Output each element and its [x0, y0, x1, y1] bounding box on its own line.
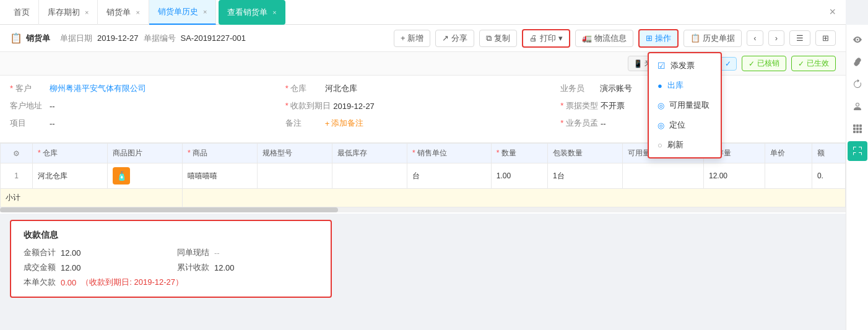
tab-inventory-close[interactable]: ×	[85, 9, 89, 16]
horizontal-scrollbar[interactable]	[0, 207, 846, 212]
tab-bar: 首页 库存期初 × 销货单 × 销货单历史 × 查看销货单 × ×	[0, 0, 846, 25]
doc-no-value: SA-20191227-001	[181, 33, 246, 43]
print-button[interactable]: 🖨 打印 ▾	[522, 29, 570, 48]
dropdown-locate[interactable]: ◎ 定位	[649, 115, 721, 135]
payment-grid: 金额合计 12.00 同单现结 -- 成交金额 12.00 累计收款 12.00…	[24, 247, 318, 288]
scroll-thumb[interactable]	[0, 207, 338, 212]
col-amount: 额	[812, 144, 845, 163]
tab-home[interactable]: 首页	[5, 0, 39, 25]
col-image: 商品图片	[108, 144, 183, 163]
customer-label: 客户	[10, 83, 47, 94]
due-date-value: 2019-12-27	[333, 102, 375, 111]
dropdown-quantity-extract[interactable]: ◎ 可用量提取	[649, 95, 721, 115]
staff-label: 业务员	[560, 83, 597, 94]
col-product: 商品	[183, 144, 258, 163]
col-settings[interactable]: ⚙	[1, 144, 33, 163]
list-view-icon: ☰	[796, 33, 804, 43]
doc-title-text: 销货单	[26, 33, 50, 44]
copy-button[interactable]: ⧉ 复制	[479, 30, 517, 47]
doc-date-value: 2019-12-27	[97, 33, 139, 43]
payment-section: 收款信息 金额合计 12.00 同单现结 -- 成交金额 12.00 累计收款 …	[10, 220, 332, 298]
window-close-button[interactable]: ×	[824, 6, 841, 19]
remark-label: 备注	[285, 118, 323, 129]
radio-filled-icon: ●	[658, 81, 662, 90]
confirmed-check-icon: ✓	[749, 59, 755, 68]
transaction-label: 成交金额	[24, 262, 56, 273]
col-pack-qty: 包装数量	[548, 144, 623, 163]
row-unit-price	[765, 163, 812, 189]
stock-out-label: 出库	[667, 80, 684, 91]
row-quantity: 1.00	[491, 163, 547, 189]
tab-sale-order-close[interactable]: ×	[136, 9, 139, 16]
outstanding-note: （收款到期日: 2019-12-27）	[81, 277, 183, 288]
same-order-label: 同单现结	[177, 247, 209, 258]
new-button[interactable]: + 新增	[394, 30, 430, 47]
effect-badge[interactable]: ✓ 已生效	[791, 56, 836, 71]
row-image: 🧴	[108, 163, 183, 189]
doc-title-block: 📋 销货单	[10, 32, 50, 44]
row-min-stock	[332, 163, 407, 189]
cumulative-label: 累计收款	[177, 262, 209, 273]
customer-value[interactable]: 柳州粤港平安气体有限公司	[50, 83, 146, 94]
warehouse-value: 河北仓库	[325, 83, 357, 94]
share-label: 分享	[451, 33, 467, 44]
sidebar-user-icon[interactable]	[848, 97, 867, 116]
sidebar-link-icon[interactable]	[848, 52, 867, 72]
tab-inventory[interactable]: 库存期初 ×	[39, 0, 98, 25]
col-quantity: 数量	[491, 144, 547, 163]
sidebar-expand-icon[interactable]	[848, 141, 867, 161]
doc-header: 📋 销货单 单据日期 2019-12-27 单据编号 SA-20191227-0…	[0, 25, 846, 52]
share-button[interactable]: ↗ 分享	[435, 30, 474, 47]
row-sales-unit: 台	[407, 163, 491, 189]
locate-radio-icon: ◎	[658, 121, 664, 130]
operation-icon: ⊞	[646, 33, 653, 43]
row-warehouse: 河北仓库	[33, 163, 108, 189]
due-date-label: 收款到期日	[285, 100, 331, 111]
refresh-radio-icon: ○	[658, 141, 662, 150]
row-pack-qty: 1台	[548, 163, 623, 189]
payment-cumulative: 累计收款 12.00	[177, 262, 318, 273]
confirmed-badge[interactable]: ✓ 已核销	[742, 56, 786, 71]
sidebar-grid-icon[interactable]	[848, 119, 867, 139]
tab-home-label: 首页	[14, 7, 30, 18]
doc-meta: 单据日期 2019-12-27 单据编号 SA-20191227-001	[60, 33, 246, 44]
dropdown-stock-out[interactable]: ● 出库	[649, 76, 721, 95]
subtotal-row: 小计	[1, 189, 846, 207]
remark-add-button[interactable]: + 添加备注	[325, 118, 364, 129]
col-min-stock: 最低库存	[332, 144, 407, 163]
tab-sale-history-close[interactable]: ×	[203, 8, 207, 15]
product-thumbnail: 🧴	[113, 167, 130, 185]
truck-icon: 🚛	[582, 33, 592, 43]
table-row: 1 河北仓库 🧴 嘻嘻嘻嘻 台 1.00 1台 12.00 0.	[1, 163, 846, 189]
dropdown-refresh[interactable]: ○ 刷新	[649, 135, 721, 155]
outstanding-label: 本单欠款	[24, 277, 56, 288]
sidebar-eye-icon[interactable]	[848, 30, 867, 50]
list-view-button[interactable]: ☰	[789, 30, 810, 46]
tab-view-sale[interactable]: 查看销货单 ×	[219, 0, 285, 25]
next-button[interactable]: ›	[768, 30, 784, 46]
refresh-label: 刷新	[667, 139, 684, 150]
sidebar-refresh-icon[interactable]	[848, 74, 867, 94]
operation-button[interactable]: ⊞ 操作	[638, 29, 679, 48]
warehouse-field: 仓库 河北仓库	[285, 83, 561, 94]
tab-view-sale-close[interactable]: ×	[272, 9, 276, 16]
tab-sale-history[interactable]: 销货单历史 ×	[149, 0, 216, 25]
tab-sale-order[interactable]: 销货单 ×	[98, 0, 149, 25]
grid-view-button[interactable]: ⊞	[815, 30, 836, 46]
check-button[interactable]: ✓	[719, 57, 737, 71]
prev-button[interactable]: ‹	[747, 30, 763, 46]
print-dropdown-arrow: ▾	[558, 33, 563, 43]
dropdown-add-invoice[interactable]: ☑ 添发票	[649, 56, 721, 76]
print-icon: 🖨	[529, 33, 537, 43]
row-no: 1	[1, 163, 33, 189]
history-button[interactable]: 📋 历史单据	[684, 30, 742, 47]
row-spec	[258, 163, 332, 189]
logistics-button[interactable]: 🚛 物流信息	[575, 30, 633, 47]
address-field: 客户地址 --	[10, 100, 285, 111]
amount-total-label: 金额合计	[24, 247, 56, 258]
same-order-value: --	[214, 248, 220, 258]
grid-view-icon: ⊞	[822, 33, 829, 43]
payment-amount-total: 金额合计 12.00	[24, 247, 165, 258]
right-sidebar	[846, 25, 868, 304]
col-unit-price: 单价	[765, 144, 812, 163]
